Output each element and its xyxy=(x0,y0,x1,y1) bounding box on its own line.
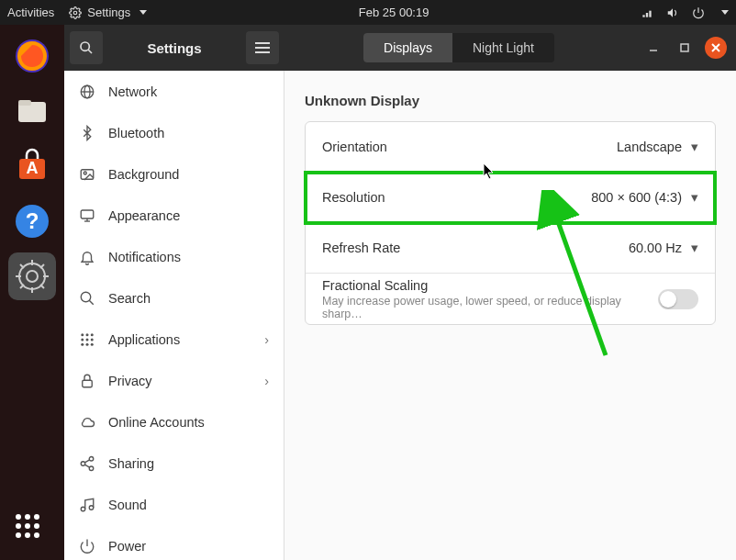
chevron-right-icon: › xyxy=(264,332,269,347)
appearance-icon xyxy=(79,207,95,224)
svg-rect-3 xyxy=(649,10,651,17)
globe-icon xyxy=(79,84,95,100)
music-icon xyxy=(79,497,95,513)
svg-line-52 xyxy=(84,465,89,467)
svg-text:?: ? xyxy=(26,208,39,233)
sidebar-item-label: Power xyxy=(108,539,146,554)
network-icon[interactable] xyxy=(641,6,653,19)
svg-point-36 xyxy=(81,292,91,302)
svg-point-32 xyxy=(84,172,86,174)
svg-text:A: A xyxy=(27,159,39,177)
svg-point-49 xyxy=(81,461,85,465)
maximize-button[interactable] xyxy=(674,37,696,59)
dock-firefox[interactable] xyxy=(8,32,56,80)
sidebar-item-online-accounts[interactable]: Online Accounts xyxy=(64,401,284,442)
sidebar-item-applications[interactable]: Applications › xyxy=(64,319,284,360)
svg-point-48 xyxy=(89,456,94,461)
svg-point-53 xyxy=(81,507,85,511)
svg-point-40 xyxy=(91,333,94,336)
svg-rect-47 xyxy=(83,380,93,387)
svg-line-18 xyxy=(20,264,24,268)
svg-point-45 xyxy=(86,342,89,345)
dock-settings[interactable] xyxy=(8,252,56,300)
display-settings-pane: Unknown Display Orientation Landscape ▾ … xyxy=(284,71,736,560)
svg-point-41 xyxy=(81,338,84,341)
lock-icon xyxy=(79,373,95,389)
share-icon xyxy=(79,455,95,472)
sidebar-item-notifications[interactable]: Notifications xyxy=(64,236,284,277)
chevron-down-icon: ▾ xyxy=(691,140,698,154)
svg-point-50 xyxy=(89,466,94,471)
app-menu[interactable]: Settings xyxy=(69,6,147,19)
section-title: Unknown Display xyxy=(305,93,716,108)
tab-night-light[interactable]: Night Light xyxy=(452,33,554,62)
svg-rect-7 xyxy=(18,100,31,106)
svg-line-20 xyxy=(20,285,24,288)
hamburger-menu[interactable] xyxy=(246,31,279,64)
cloud-icon xyxy=(79,414,95,431)
row-resolution[interactable]: Resolution 800 × 600 (4:3) ▾ xyxy=(306,173,715,223)
sidebar-item-label: Appearance xyxy=(108,208,180,223)
scaling-toggle[interactable] xyxy=(658,289,698,309)
dock-files[interactable] xyxy=(8,87,56,135)
sidebar-item-label: Privacy xyxy=(108,374,152,388)
search-button[interactable] xyxy=(70,31,103,64)
sidebar-item-sharing[interactable]: Sharing xyxy=(64,442,284,484)
svg-point-38 xyxy=(81,333,84,336)
gear-icon xyxy=(69,6,82,19)
svg-point-42 xyxy=(86,338,89,341)
settings-window: Settings Displays Night Light Network xyxy=(64,25,736,560)
show-applications[interactable] xyxy=(16,514,49,547)
bell-icon xyxy=(79,249,95,265)
sidebar-item-search[interactable]: Search xyxy=(64,277,284,319)
svg-point-12 xyxy=(27,271,38,282)
sidebar-item-label: Sharing xyxy=(108,456,154,471)
dock: A ? xyxy=(0,25,64,560)
sidebar-item-background[interactable]: Background xyxy=(64,153,284,195)
sidebar-item-label: Notifications xyxy=(108,250,181,264)
window-title: Settings xyxy=(108,40,240,56)
chevron-down-icon: ▾ xyxy=(691,241,698,255)
activities-button[interactable]: Activities xyxy=(7,6,54,19)
clock[interactable]: Feb 25 00:19 xyxy=(147,6,641,19)
sidebar-item-network[interactable]: Network xyxy=(64,71,284,112)
dock-help[interactable]: ? xyxy=(8,197,56,245)
minimize-button[interactable] xyxy=(642,37,664,59)
system-menu-caret[interactable] xyxy=(721,10,729,15)
svg-rect-25 xyxy=(681,44,688,51)
sidebar-item-bluetooth[interactable]: Bluetooth xyxy=(64,112,284,153)
row-fractional-scaling[interactable]: Fractional Scaling May increase power us… xyxy=(306,274,715,324)
tab-displays[interactable]: Displays xyxy=(363,33,452,62)
background-icon xyxy=(79,166,95,183)
top-panel: Activities Settings Feb 25 00:19 xyxy=(0,0,736,25)
chevron-down-icon xyxy=(139,10,147,15)
svg-line-19 xyxy=(40,285,44,288)
svg-point-44 xyxy=(81,342,84,345)
chevron-down-icon: ▾ xyxy=(691,190,698,205)
chevron-right-icon: › xyxy=(264,374,269,388)
svg-point-22 xyxy=(81,42,89,50)
dock-software[interactable]: A xyxy=(8,142,56,190)
sidebar-item-label: Sound xyxy=(108,498,147,512)
close-button[interactable] xyxy=(705,37,727,59)
power-icon[interactable] xyxy=(692,6,705,19)
sidebar-item-sound[interactable]: Sound xyxy=(64,484,284,525)
sidebar-item-power[interactable]: Power xyxy=(64,525,284,560)
sidebar-item-label: Background xyxy=(108,167,179,182)
row-refresh-rate[interactable]: Refresh Rate 60.00 Hz ▾ xyxy=(306,223,715,274)
display-panel: Orientation Landscape ▾ Resolution 800 ×… xyxy=(305,121,716,325)
svg-point-0 xyxy=(74,11,78,15)
sidebar-item-label: Network xyxy=(108,84,157,99)
sidebar-item-appearance[interactable]: Appearance xyxy=(64,195,284,236)
row-orientation[interactable]: Orientation Landscape ▾ xyxy=(306,122,715,173)
svg-line-37 xyxy=(89,300,94,305)
sidebar-item-label: Bluetooth xyxy=(108,126,164,140)
volume-icon[interactable] xyxy=(666,6,679,19)
svg-point-39 xyxy=(86,333,89,336)
svg-line-51 xyxy=(84,459,89,462)
svg-rect-1 xyxy=(642,15,644,17)
settings-sidebar: Network Bluetooth Background Appearance … xyxy=(64,71,284,560)
sidebar-item-privacy[interactable]: Privacy › xyxy=(64,360,284,401)
display-tabs: Displays Night Light xyxy=(363,33,554,62)
svg-line-23 xyxy=(88,50,92,53)
